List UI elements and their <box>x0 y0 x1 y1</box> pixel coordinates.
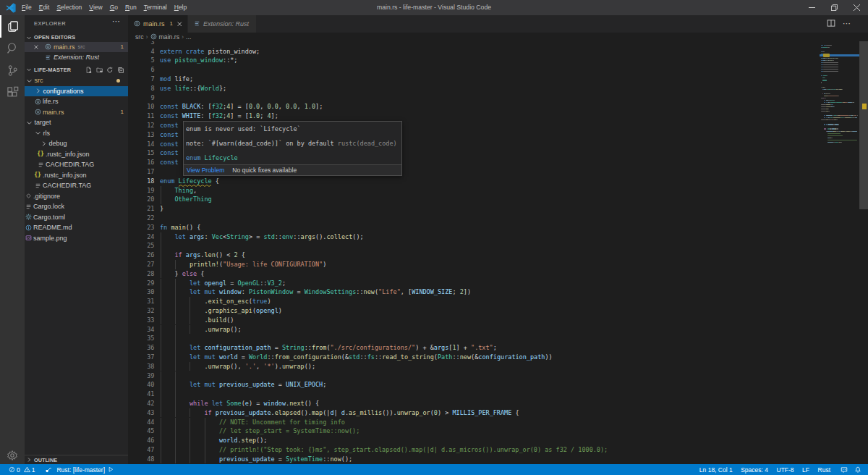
warning-icon <box>24 466 30 473</box>
rust-language-status[interactable]: Rust: [life-master] <box>43 464 115 475</box>
code-line-30: 30 let mut window: PistonWindow = Window… <box>128 287 820 297</box>
code-line-22: 22 <box>128 214 820 223</box>
code-line-9: 9 <box>128 93 820 103</box>
breadcrumb-item[interactable]: src <box>135 33 144 41</box>
split-editor-icon[interactable] <box>827 17 835 30</box>
tree-item-Cargo.lock[interactable]: Cargo.lock <box>25 201 128 212</box>
activitybar-explorer[interactable] <box>0 15 25 38</box>
minimize-button[interactable] <box>801 0 823 15</box>
menu-selection[interactable]: Selection <box>53 0 85 15</box>
notifications-bell-icon[interactable] <box>854 464 861 475</box>
collapse-all-icon[interactable] <box>117 67 124 74</box>
diamond-icon <box>25 193 32 199</box>
tree-item-.gitignore[interactable]: .gitignore <box>25 191 128 202</box>
chevron-down-icon <box>35 130 41 136</box>
menu-edit[interactable]: Edit <box>35 0 54 15</box>
more-actions-icon[interactable]: ⋯ <box>112 17 121 26</box>
code-line-45: 45 // let step_start = SystemTime::now()… <box>128 426 820 436</box>
chev-down-icon <box>26 35 32 41</box>
title-bar: FileEditSelectionViewGoRunTerminalHelp m… <box>0 0 868 15</box>
activitybar-source-control[interactable] <box>0 59 25 82</box>
close-icon[interactable] <box>33 44 39 50</box>
tree-item-debug[interactable]: debug <box>25 138 128 149</box>
status-eol[interactable]: LF <box>802 464 809 475</box>
chev-right-icon <box>41 140 47 147</box>
tree-item-CACHEDIR.TAG[interactable]: CACHEDIR.TAG <box>25 159 128 170</box>
code-line-21: 21} <box>128 204 820 214</box>
tree-item-target[interactable]: target <box>25 117 128 128</box>
activity-bar <box>0 15 25 464</box>
editor-scrollbar[interactable] <box>859 41 868 209</box>
outline-section-header[interactable]: OUTLINE <box>25 455 128 465</box>
chevron-right-icon <box>41 140 47 147</box>
manage-icon <box>7 450 18 461</box>
no-quick-fixes-label: No quick fixes available <box>232 167 297 174</box>
tree-item-src[interactable]: src <box>25 75 128 86</box>
tree-item-main.rs[interactable]: main.rs1 <box>25 107 128 118</box>
status-cursor-position[interactable]: Ln 18, Col 1 <box>699 464 733 475</box>
chevron-down-icon <box>26 77 33 84</box>
problems-status[interactable]: 0 1 <box>7 464 35 475</box>
code-line-20: 20 OtherThing <box>128 195 820 204</box>
menu-run[interactable]: Run <box>122 0 140 15</box>
code-editor[interactable]: 34extern crate piston_window;5use piston… <box>128 41 868 464</box>
status-language-mode[interactable]: Rust <box>818 464 830 475</box>
open-editor-item[interactable]: main.rssrc1 <box>25 42 128 53</box>
close-icon[interactable] <box>176 21 183 28</box>
tab-main.rs[interactable]: main.rs1 <box>128 15 187 33</box>
more-actions-icon[interactable]: ⋯ <box>843 19 851 28</box>
modified-dot <box>116 79 120 83</box>
menu-go[interactable]: Go <box>106 0 122 15</box>
search-icon <box>7 42 19 54</box>
breadcrumb-item[interactable]: ... <box>186 33 191 41</box>
breadcrumbs: src›main.rs›... <box>128 33 820 42</box>
tree-item-rls[interactable]: rls <box>25 128 128 139</box>
menu-help[interactable]: Help <box>171 0 190 15</box>
code-line-11: 11const WHITE: [f32;4] = [1.0; 4]; <box>128 112 820 121</box>
code-line-47: 47 // println!("Step took: {}ms", step_s… <box>128 445 820 455</box>
status-encoding[interactable]: UTF-8 <box>777 464 794 475</box>
tree-item-README.md[interactable]: README.md <box>25 222 128 233</box>
breadcrumb-item[interactable]: main.rs <box>150 33 179 41</box>
view-problem-link[interactable]: View Problem <box>187 167 224 174</box>
warning-count: 1 <box>32 466 35 474</box>
tree-item-.rustcinfo.json[interactable]: {}.rustc_info.json <box>25 170 128 181</box>
code-line-38: 38 .unwrap(), '.', '*').unwrap(); <box>128 362 820 371</box>
chev-down-icon <box>26 67 32 72</box>
activitybar-extensions[interactable] <box>0 82 25 104</box>
status-indentation[interactable]: Spaces: 4 <box>741 464 768 475</box>
tree-item-life.rs[interactable]: life.rs <box>25 96 128 107</box>
chev-down-icon <box>35 130 41 136</box>
new-file-icon[interactable] <box>85 67 93 74</box>
code-line-4: 4extern crate piston_window; <box>128 47 820 56</box>
tree-item-Cargo.toml[interactable]: Cargo.toml <box>25 212 128 223</box>
tree-item-configurations[interactable]: configurations <box>25 86 128 97</box>
bell-icon <box>854 466 861 474</box>
tab-ExtensionRust[interactable]: Extension: Rust <box>188 15 257 33</box>
folder-section-header[interactable]: LIFE-MASTER <box>25 65 128 75</box>
lines-icon <box>25 203 32 210</box>
restore-button[interactable] <box>823 0 846 15</box>
extensions-icon <box>7 86 19 98</box>
tree-item-CACHEDIR.TAG[interactable]: CACHEDIR.TAG <box>25 180 128 191</box>
minimap[interactable] <box>820 41 859 464</box>
tree-item-sample.png[interactable]: sample.png <box>25 233 128 244</box>
code-line-44: 44 // NOTE: Uncomment for timing info <box>128 418 820 427</box>
menu-file[interactable]: File <box>18 0 35 15</box>
close-window-button[interactable] <box>846 0 868 15</box>
feedback-icon[interactable] <box>841 464 848 475</box>
tree-item-.rustcinfo.json[interactable]: {}.rustc_info.json <box>25 149 128 160</box>
open-editors-header[interactable]: OPEN EDITORS <box>25 33 128 43</box>
rust-icon <box>150 33 157 40</box>
open-editor-item[interactable]: Extension: Rust <box>25 52 128 63</box>
activitybar-search[interactable] <box>0 38 25 60</box>
new-folder-icon[interactable] <box>96 67 103 74</box>
chev-down-icon <box>26 77 33 84</box>
code-line-31: 31 .exit_on_esc(true) <box>128 297 820 306</box>
code-line-28: 28 } else { <box>128 269 820 279</box>
manage-gear-icon[interactable] <box>0 445 25 467</box>
menu-view[interactable]: View <box>85 0 106 15</box>
menu-terminal[interactable]: Terminal <box>140 0 171 15</box>
window-title: main.rs - life-master - Visual Studio Co… <box>289 0 579 15</box>
refresh-icon[interactable] <box>106 67 114 74</box>
